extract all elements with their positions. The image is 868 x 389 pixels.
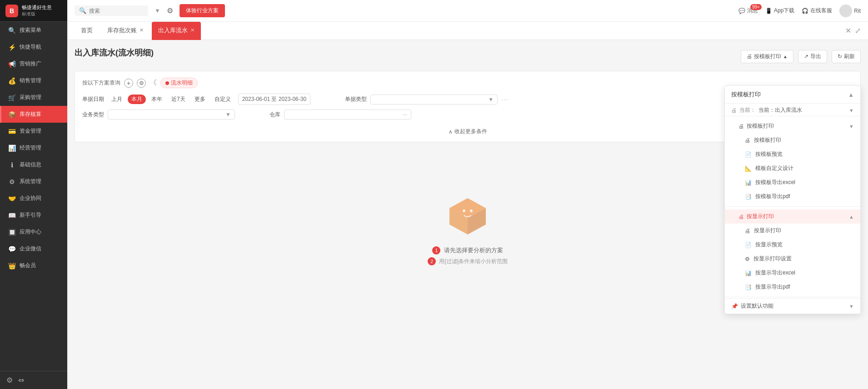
template-export-excel-label: 按模板导出excel	[755, 179, 795, 186]
sidebar-item-search[interactable]: 🔍 搜索菜单	[0, 22, 67, 39]
display-export-excel-item[interactable]: 📊 按显示导出excel	[725, 266, 860, 280]
set-default-icon: 📌	[731, 303, 738, 309]
sidebar-item-sales[interactable]: 💰 销售管理	[0, 72, 67, 89]
warehouse-select[interactable]: ···	[284, 110, 411, 120]
date-tabs: 上月 本月 本年 近7天 更多 自定义	[108, 95, 234, 104]
enterprise-coop-icon: 🤝	[8, 195, 16, 202]
sidebar-item-finance-label: 资金管理	[20, 127, 41, 135]
doc-type-more-button[interactable]: ···	[501, 96, 509, 103]
tab-batch-account-label: 库存批次账	[107, 26, 137, 35]
tab-batch-account[interactable]: 库存批次账 ✕	[101, 22, 150, 40]
active-filter-dot	[165, 81, 169, 85]
display-print-action-item[interactable]: 🖨 按显示打印	[725, 224, 860, 238]
print-panel-current-name: 当前：出入库流水	[758, 106, 846, 114]
topbar-search-box[interactable]: 🔍	[75, 5, 148, 16]
settings-icon[interactable]: ⚙	[6, 376, 13, 384]
print-panel-current-label: 当前：	[739, 106, 756, 114]
sidebar-item-enterprise-wechat[interactable]: 💬 企业微信	[0, 240, 67, 257]
date-tab-last-month[interactable]: 上月	[108, 95, 126, 104]
sidebar-item-operation[interactable]: 📊 经营管理	[0, 140, 67, 156]
print-panel: 按模板打印 ▲ 🖨 当前： 当前：出入库流水 ▼ 🖨 按模板打印	[724, 85, 861, 314]
sidebar-item-guide[interactable]: 📖 新手引导	[0, 207, 67, 224]
main-wrap: 🔍 ▼ ⚙ 体验行业方案 💬 消息 99+ 📱 App下载 🎧 在线客服 Rit	[67, 0, 868, 389]
sidebar-item-basic-info[interactable]: ℹ 基础信息	[0, 156, 67, 173]
template-print-group-label-row: 🖨 按模板打印	[738, 122, 774, 130]
refresh-button[interactable]: ↻ 刷新	[832, 50, 861, 63]
topbar-search-input[interactable]	[89, 8, 144, 14]
display-print-group-label: 按显示打印	[747, 213, 774, 220]
empty-hint-1-text: 请先选择要分析的方案	[444, 247, 503, 254]
filter-collapse-button[interactable]: 《	[150, 78, 157, 88]
display-preview-item[interactable]: 📄 按显示预览	[725, 238, 860, 252]
template-customize-item[interactable]: 📐 模板自定义设计	[725, 161, 860, 175]
quick-nav-icon: ⚡	[8, 44, 16, 51]
sys-manage-icon: ⚙	[8, 178, 16, 185]
filter-setting-button[interactable]: ⚙	[137, 79, 146, 88]
date-tab-this-year[interactable]: 本年	[148, 95, 166, 104]
finance-icon: 💳	[8, 128, 16, 135]
tab-expand-icon[interactable]: ⤢	[855, 26, 861, 35]
search-icon: 🔍	[8, 27, 16, 34]
sidebar-item-marketing[interactable]: 📢 营销推广	[0, 55, 67, 72]
biz-type-select[interactable]: ▼	[108, 110, 235, 120]
trial-industry-button[interactable]: 体验行业方案	[180, 4, 225, 17]
tab-close-window-icon[interactable]: ✕	[845, 26, 851, 35]
active-filter-tag[interactable]: 流水明细	[160, 78, 198, 88]
template-export-excel-icon: 📊	[745, 180, 752, 186]
export-label: 导出	[810, 53, 821, 60]
date-tab-this-month[interactable]: 本月	[128, 95, 146, 104]
set-default-row[interactable]: 📌 设置默认功能	[731, 302, 773, 310]
tab-inout-flow[interactable]: 出入库流水 ✕	[152, 22, 201, 40]
print-panel-up-icon[interactable]: ▲	[848, 91, 854, 98]
online-service-label: 在线客服	[810, 7, 832, 15]
date-range-input[interactable]: 2023-06-01 至 2023-06-30	[238, 94, 310, 105]
empty-state-icon	[445, 194, 490, 239]
sidebar-item-finance[interactable]: 💳 资金管理	[0, 123, 67, 140]
filter-add-button[interactable]: +	[124, 79, 133, 88]
sidebar-item-purchase[interactable]: 🛒 采购管理	[0, 89, 67, 106]
message-button[interactable]: 💬 消息 99+	[738, 7, 758, 15]
template-print-action-item[interactable]: 🖨 按模板打印	[725, 133, 860, 147]
set-default-arrow-icon: ▼	[849, 304, 854, 309]
display-print-group-header[interactable]: 🖨 按显示打印 ▲	[725, 209, 860, 224]
sidebar-item-sys-manage[interactable]: ⚙ 系统管理	[0, 173, 67, 190]
template-export-pdf-item[interactable]: 📑 按模板导出pdf	[725, 190, 860, 204]
tab-inout-flow-close-icon[interactable]: ✕	[190, 27, 195, 33]
display-print-action-label: 按显示打印	[754, 227, 781, 234]
collapse-sidebar-icon[interactable]: ⇔	[18, 376, 24, 384]
warehouse-field: 仓库 ···	[269, 110, 411, 120]
date-tab-last-7-days[interactable]: 近7天	[168, 95, 189, 104]
sidebar-item-enterprise-coop[interactable]: 🤝 企业协同	[0, 190, 67, 207]
date-field-label: 单据日期	[82, 95, 104, 103]
topbar-chevron-icon: ▼	[155, 7, 160, 14]
print-template-button[interactable]: 🖨 按模板打印 ▲	[741, 50, 793, 63]
sales-icon: 💰	[8, 77, 16, 85]
topbar-right: 💬 消息 99+ 📱 App下载 🎧 在线客服 Rit	[738, 5, 861, 17]
doc-type-select[interactable]: ▼	[370, 95, 498, 105]
doc-type-field: 单据类型 ▼ ···	[345, 95, 509, 105]
date-tab-custom[interactable]: 自定义	[211, 95, 234, 104]
template-print-group-header[interactable]: 🖨 按模板打印 ▼	[725, 119, 860, 133]
export-button[interactable]: ↗ 导出	[798, 50, 827, 63]
topbar-gear-icon[interactable]: ⚙	[167, 6, 173, 15]
template-preview-item[interactable]: 📄 按模板预览	[725, 147, 860, 161]
vip-icon: 👑	[8, 262, 16, 269]
app-name-block: 畅捷通好生意 标准版	[22, 4, 52, 17]
app-download-button[interactable]: 📱 App下载	[765, 7, 794, 15]
tab-home-label: 首页	[81, 26, 93, 35]
display-print-setting-item[interactable]: ⚙ 按显示打印设置	[725, 252, 860, 266]
display-export-pdf-item[interactable]: 📑 按显示导出pdf	[725, 280, 860, 294]
sidebar-item-app-center[interactable]: 🔲 应用中心	[0, 224, 67, 240]
user-avatar-button[interactable]: Rit	[839, 5, 861, 17]
sidebar-item-quick-nav[interactable]: ⚡ 快捷导航	[0, 39, 67, 55]
sidebar-item-basic-info-label: 基础信息	[20, 161, 41, 169]
online-service-button[interactable]: 🎧 在线客服	[802, 7, 832, 15]
page-content: 出入库流水(流水明细) 🖨 按模板打印 ▲ ↗ 导出 ↻ 刷新	[67, 40, 868, 389]
app-edition: 标准版	[22, 11, 52, 17]
date-tab-more[interactable]: 更多	[191, 95, 209, 104]
sidebar-item-inventory[interactable]: 📦 库存核算	[0, 106, 67, 123]
sidebar-item-vip[interactable]: 👑 畅会员	[0, 257, 67, 274]
tab-batch-account-close-icon[interactable]: ✕	[140, 27, 144, 33]
tab-home[interactable]: 首页	[75, 22, 99, 40]
template-export-excel-item[interactable]: 📊 按模板导出excel	[725, 175, 860, 190]
